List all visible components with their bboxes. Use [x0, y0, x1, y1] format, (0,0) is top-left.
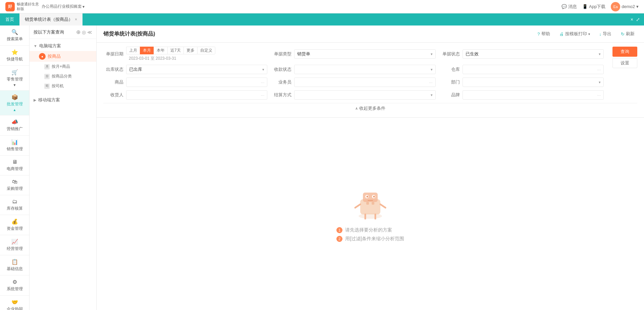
tab-close-icon[interactable]: ×: [75, 17, 77, 22]
scheme-group-mobile-header[interactable]: ▶ 移动端方案: [30, 95, 96, 105]
filter-dept-select[interactable]: ▾: [463, 78, 604, 87]
retail-icon: 🛒: [11, 69, 18, 75]
filter-collection-select[interactable]: ▾: [294, 65, 435, 74]
filter-goods-input[interactable]: ···: [126, 78, 267, 87]
help-btn[interactable]: ? 帮助: [535, 30, 552, 38]
date-range-display: 2023-03-01 至 2023-03-31: [129, 56, 267, 61]
message-btn[interactable]: 💬 消息: [561, 4, 577, 10]
ecom-icon: 🖥: [12, 159, 17, 165]
chevron-up-icon: ▲: [13, 108, 16, 112]
sidebar-item-search[interactable]: 🔍 搜索菜单: [0, 25, 29, 46]
page-header-top: 销货单统计表(按商品) ? 帮助 🖨 按模板打印 ▾ ↓: [103, 30, 637, 38]
marketing-icon: 📣: [11, 119, 18, 125]
page-header: 销货单统计表(按商品) ? 帮助 🖨 按模板打印 ▾ ↓: [97, 25, 644, 43]
tab-expand-icon[interactable]: ⤢: [636, 17, 640, 22]
sub-icon-category: 分: [44, 74, 50, 79]
dots-icon: ···: [429, 80, 433, 85]
svg-rect-13: [372, 202, 374, 205]
tab-home[interactable]: 首页: [0, 13, 19, 25]
sidebar-item-collab[interactable]: 🤝 企业协同: [0, 296, 29, 310]
app-download-btn[interactable]: 📱 App下载: [582, 4, 605, 10]
page-title: 销货单统计表(按商品): [103, 31, 155, 38]
active-scheme-dot: ●: [39, 53, 46, 60]
collapse-filter-btn[interactable]: ∧ 收起更多条件: [103, 103, 637, 113]
date-btn-this-month[interactable]: 本月: [140, 47, 154, 54]
sidebar-item-purchase[interactable]: 🛍 采购管理: [0, 175, 29, 195]
scheme-item-by-goods[interactable]: ● 按商品: [30, 51, 96, 62]
date-btn-custom[interactable]: 自定义: [197, 47, 215, 54]
scheme-panel-header: 按以下方案查询 ⊕ ◎ ≪: [30, 25, 96, 39]
chevron-down-icon: ▾: [599, 52, 601, 56]
filter-doc-type-select[interactable]: 销货单 ▾: [294, 49, 435, 59]
collapse-scheme-icon[interactable]: ≪: [87, 30, 92, 35]
scheme-group-desktop-header[interactable]: ▼ 电脑端方案: [30, 41, 96, 51]
inventory-icon: 🗂: [12, 199, 17, 205]
chevron-down-icon: ▾: [431, 52, 433, 56]
edit-scheme-icon[interactable]: ◎: [82, 30, 86, 35]
query-button[interactable]: 查询: [612, 47, 637, 57]
sidebar-item-marketing[interactable]: 📣 营销推广: [0, 115, 29, 136]
sidebar-item-finance[interactable]: 💰 资金管理: [0, 215, 29, 235]
date-btn-7days[interactable]: 近7天: [167, 47, 183, 54]
basic-icon: 📋: [11, 259, 18, 265]
export-btn[interactable]: ↓ 导出: [597, 30, 614, 38]
sidebar-item-basic[interactable]: 📋 基础信息: [0, 255, 29, 275]
user-menu[interactable]: Ea demo2 ▾: [611, 2, 639, 11]
filter-receiver-input[interactable]: ···: [126, 90, 267, 100]
empty-illustration: [350, 186, 390, 220]
date-btn-more[interactable]: 更多: [183, 47, 197, 54]
top-bar: 好 畅捷通好生意 标版 办公用品行业模拟账套 ▾ 💬 消息 📱 App下载 Ea…: [0, 0, 644, 13]
chevron-down-icon: ▾: [588, 32, 590, 36]
filter-doc-status-select[interactable]: 已生效 ▾: [463, 49, 604, 59]
collab-icon: 🤝: [11, 299, 18, 305]
tab-active[interactable]: 销货单统计表（按商品） ×: [19, 13, 83, 25]
filter-brand-input[interactable]: ···: [463, 90, 604, 100]
scheme-item-by-category[interactable]: 分 按商品分类: [30, 71, 96, 81]
filter-warehouse: 仓库 ···: [440, 65, 604, 74]
scheme-panel-actions: ⊕ ◎ ≪: [76, 29, 92, 35]
date-btn-last-month[interactable]: 上月: [126, 47, 140, 54]
sidebar-item-operation[interactable]: 📈 经营管理: [0, 235, 29, 255]
sidebar-item-retail[interactable]: 🛒 零售管理 ▼: [0, 66, 29, 91]
query-reset-group: 查询 设置: [612, 47, 637, 68]
sidebar-item-sales[interactable]: 📊 销售管理: [0, 136, 29, 156]
empty-tips: 1 请先选择要分析的方案 2 用[过滤]条件来缩小分析范围: [336, 227, 404, 242]
filter-payment: 结算方式 ▾: [271, 90, 435, 100]
star-icon: ⭐: [11, 49, 18, 55]
empty-state: 1 请先选择要分析的方案 2 用[过滤]条件来缩小分析范围: [97, 118, 644, 310]
sidebar-item-inventory[interactable]: 🗂 库存核算: [0, 195, 29, 215]
app-icon: 📱: [582, 4, 588, 9]
chevron-down-icon: ▾: [636, 4, 639, 9]
sidebar-item-ecom[interactable]: 🖥 电商管理: [0, 156, 29, 175]
sidebar-item-system[interactable]: ⚙ 系统管理: [0, 275, 29, 296]
filter-payment-select[interactable]: ▾: [294, 90, 435, 100]
template-print-btn[interactable]: 🖨 按模板打印 ▾: [557, 30, 593, 38]
logo-text: 畅捷通好生意 标版: [17, 2, 39, 11]
svg-line-9: [380, 204, 385, 208]
sub-icon-driver: 司: [44, 84, 50, 89]
refresh-btn[interactable]: ↻ 刷新: [618, 30, 637, 38]
sidebar-item-wholesale[interactable]: 📦 批发管理 ▲: [0, 91, 29, 115]
tab-close-all-icon[interactable]: ×: [631, 17, 633, 22]
reset-button[interactable]: 设置: [612, 58, 637, 68]
scheme-item-month-goods[interactable]: 月 按月+商品: [30, 62, 96, 71]
chevron-down-icon: ▾: [431, 67, 433, 72]
filter-doc-status: 单据状态 已生效 ▾: [440, 47, 604, 61]
date-btn-this-year[interactable]: 本年: [154, 47, 167, 54]
page-actions: ? 帮助 🖨 按模板打印 ▾ ↓ 导出 ↻: [535, 30, 637, 38]
filter-salesperson-input[interactable]: ···: [294, 78, 435, 87]
tip-num-2: 2: [336, 236, 342, 242]
filter-dept: 部门 ▾: [440, 78, 604, 87]
sidebar-item-quicknav[interactable]: ⭐ 快捷导航: [0, 46, 29, 66]
svg-point-5: [367, 196, 368, 198]
filter-warehouse-input[interactable]: ···: [463, 65, 604, 74]
scheme-item-by-driver[interactable]: 司 按司机: [30, 81, 96, 91]
add-scheme-icon[interactable]: ⊕: [76, 29, 80, 35]
account-dropdown[interactable]: 办公用品行业模拟账套 ▾: [42, 4, 85, 9]
filter-out-status-select[interactable]: 已出库 ▾: [126, 65, 267, 74]
right-panel: 销货单统计表(按商品) ? 帮助 🖨 按模板打印 ▾ ↓: [97, 25, 644, 310]
chevron-down-icon: ▾: [83, 4, 85, 9]
empty-tip-1: 1 请先选择要分析的方案: [336, 227, 404, 233]
scheme-panel: 按以下方案查询 ⊕ ◎ ≪ ▼ 电脑端方案 ● 按商品: [30, 25, 97, 310]
svg-point-6: [373, 196, 375, 198]
